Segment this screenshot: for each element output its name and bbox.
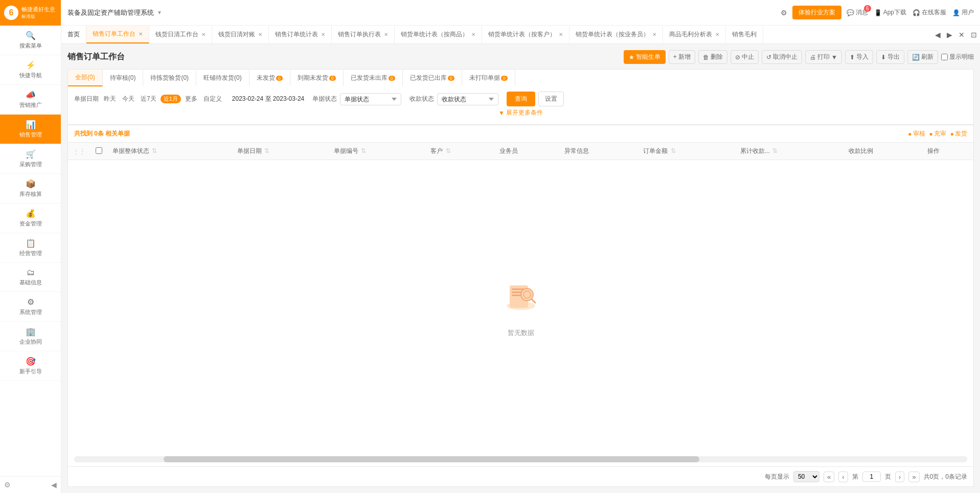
sub-tab-expired-unshipped[interactable]: 到期未发货0 — [290, 70, 344, 86]
date-btn-today[interactable]: 今天 — [120, 94, 136, 104]
sidebar-item-system[interactable]: ⚙ 系统管理 — [0, 292, 61, 322]
settings-footer-icon[interactable]: ⚙ — [4, 481, 11, 489]
refresh-button[interactable]: 🔄 刷新 — [907, 50, 938, 64]
stop-button[interactable]: ⊘ 中止 — [731, 50, 759, 64]
sort-icon-2[interactable]: ⇅ — [361, 147, 366, 154]
expand-more-button[interactable]: ▼ 展开更多条件 — [498, 108, 543, 117]
ship-button[interactable]: ● 发货 — [950, 129, 967, 138]
th-checkbox[interactable] — [90, 143, 107, 160]
collapse-icon[interactable]: ◀ — [51, 481, 57, 489]
sub-tab-pending-review[interactable]: 待审核(0) — [103, 70, 144, 86]
settings-icon[interactable]: ⚙ — [781, 9, 787, 17]
tab-home[interactable]: 首页 — [61, 26, 86, 43]
sidebar-item-search[interactable]: 🔍 搜索菜单 — [0, 26, 61, 55]
tab-cash-account[interactable]: 钱货日清对账 ✕ — [212, 26, 269, 43]
tab-close-cash-daily[interactable]: ✕ — [201, 32, 206, 37]
app-download-button[interactable]: 📱 App下载 — [874, 8, 906, 17]
page-size-select[interactable]: 20 50 100 — [793, 471, 819, 482]
sort-icon-6[interactable]: ⇅ — [671, 147, 676, 154]
show-detail-input[interactable] — [941, 54, 948, 60]
sidebar-item-newbie[interactable]: 🎯 新手引导 — [0, 351, 61, 381]
sidebar-item-marketing[interactable]: 📣 营销推广 — [0, 85, 61, 115]
next-page-button[interactable]: › — [895, 472, 904, 482]
user-menu-button[interactable]: 👤 用户 — [952, 8, 974, 17]
print-button[interactable]: 🖨 打印 ▼ — [805, 50, 842, 64]
date-btn-more[interactable]: 更多 — [183, 94, 199, 104]
sub-tab-pending-inspect[interactable]: 待拣货验货(0) — [143, 70, 196, 86]
page-number-input[interactable] — [862, 472, 881, 482]
sidebar-item-quick-nav[interactable]: ⚡ 快捷导航 — [0, 55, 61, 85]
tab-sales-workbench[interactable]: 销售订单工作台 ✕ — [86, 26, 149, 43]
unreviewed-button[interactable]: ● 充审 — [929, 129, 946, 138]
tab-close-sales-sum-staff[interactable]: ✕ — [652, 32, 656, 37]
show-detail-checkbox[interactable]: 显示明细 — [941, 53, 974, 61]
review-button[interactable]: ● 审核 — [908, 129, 925, 138]
sub-tab-unprinted[interactable]: 未打印单据0 — [462, 70, 515, 86]
sidebar-item-enterprise[interactable]: 🏢 企业协同 — [0, 322, 61, 351]
select-all-checkbox[interactable] — [96, 147, 102, 154]
sort-icon-7[interactable]: ⇅ — [772, 147, 778, 154]
prev-page-button[interactable]: ‹ — [838, 472, 848, 482]
tab-sales-sum-product[interactable]: 销货单统计表（按商品） ✕ — [395, 26, 482, 43]
tab-sales-sum-customer[interactable]: 销货单统计表（按客户） ✕ — [482, 26, 569, 43]
scrollbar-thumb[interactable] — [164, 456, 699, 462]
sub-tab-shipped-out[interactable]: 已发货已出库0 — [403, 70, 462, 86]
folder-icon: 🗂 — [27, 268, 35, 277]
import-button[interactable]: ⬆ 导入 — [845, 50, 873, 64]
tab-sales-stat[interactable]: 销售订单统计表 ✕ — [269, 26, 332, 43]
horizontal-scrollbar[interactable] — [74, 456, 967, 462]
first-page-button[interactable]: « — [824, 472, 834, 482]
tab-close-sales-sum-product[interactable]: ✕ — [471, 32, 475, 37]
cancel-stop-button[interactable]: ↺ 取消中止 — [762, 50, 802, 64]
sidebar-item-finance[interactable]: 💰 资金管理 — [0, 204, 61, 233]
industry-solution-button[interactable]: 体验行业方案 — [792, 6, 841, 19]
payment-select[interactable]: 收款状态 — [437, 93, 498, 105]
tab-sales-profit[interactable]: 销售毛利 — [726, 26, 763, 43]
stop-icon: ⊘ — [735, 54, 740, 61]
delete-button[interactable]: 🗑 删除 — [698, 50, 727, 64]
date-btn-yesterday[interactable]: 昨天 — [102, 94, 118, 104]
smart-create-button[interactable]: ★ 智能生单 — [624, 50, 666, 64]
date-btn-custom[interactable]: 自定义 — [201, 94, 224, 104]
last-page-button[interactable]: » — [908, 472, 919, 482]
tab-scroll-left-icon[interactable]: ◀ — [932, 31, 944, 39]
tab-close-product-margin[interactable]: ✕ — [715, 32, 719, 37]
sort-icon-3[interactable]: ⇅ — [446, 147, 451, 154]
tab-sales-sum-staff[interactable]: 销货单统计表（按业务员） ✕ — [569, 26, 663, 43]
sub-tab-shipped-not-out[interactable]: 已发货未出库0 — [344, 70, 403, 86]
new-button[interactable]: + 新增 — [669, 50, 695, 64]
tab-sales-exec[interactable]: 销售订单执行表 ✕ — [332, 26, 395, 43]
query-button[interactable]: 查询 — [507, 92, 535, 106]
sidebar-item-sales[interactable]: 📊 销售管理 — [0, 115, 61, 144]
tab-scroll-right-icon[interactable]: ▶ — [944, 31, 955, 39]
main-area: 装备及固定资产辅助管理系统 ▼ ⚙ 体验行业方案 💬 消息 6 📱 App下载 … — [61, 0, 980, 493]
sub-tab-all[interactable]: 全部(0) — [68, 70, 103, 86]
sort-icon-1[interactable]: ⇅ — [264, 147, 269, 154]
sidebar-item-inventory[interactable]: 📦 库存核算 — [0, 174, 61, 204]
sidebar-item-basic-info[interactable]: 🗂 基础信息 — [0, 263, 61, 292]
tab-close-sales-workbench[interactable]: ✕ — [139, 31, 143, 37]
page-size-label: 每页显示 — [765, 473, 789, 481]
tab-close-sales-exec[interactable]: ✕ — [384, 32, 388, 37]
tab-maximize-icon[interactable]: ⊡ — [968, 31, 980, 39]
tab-product-margin[interactable]: 商品毛利分析表 ✕ — [663, 26, 726, 43]
status-select[interactable]: 单据状态 — [340, 93, 401, 105]
sidebar-item-purchase[interactable]: 🛒 采购管理 — [0, 144, 61, 174]
export-button[interactable]: ⬇ 导出 — [876, 50, 904, 64]
tab-close-sales-stat[interactable]: ✕ — [321, 32, 325, 37]
date-btn-7days[interactable]: 近7天 — [139, 94, 158, 104]
tab-close-cash-account[interactable]: ✕ — [258, 32, 262, 37]
tab-close-sales-sum-customer[interactable]: ✕ — [559, 32, 563, 37]
date-btn-1month[interactable]: 近1月 — [161, 95, 181, 103]
sub-tab-unshipped[interactable]: 未发货0 — [249, 70, 290, 86]
messages-button[interactable]: 💬 消息 6 — [847, 8, 868, 17]
sort-icon-0[interactable]: ⇅ — [152, 147, 157, 154]
title-dropdown-icon[interactable]: ▼ — [157, 10, 162, 15]
filter-setting-button[interactable]: 设置 — [538, 92, 564, 106]
tab-cash-daily[interactable]: 钱货日清工作台 ✕ — [149, 26, 212, 43]
sidebar-item-operations[interactable]: 📋 经营管理 — [0, 233, 61, 263]
sub-tab-wangpu[interactable]: 旺铺待发货(0) — [196, 70, 249, 86]
online-service-button[interactable]: 🎧 在线客服 — [913, 8, 946, 17]
tab-close-all-icon[interactable]: ✕ — [955, 31, 968, 39]
tab-bar: 首页 销售订单工作台 ✕ 钱货日清工作台 ✕ 钱货日清对账 ✕ 销售订单统计表 … — [61, 26, 980, 44]
